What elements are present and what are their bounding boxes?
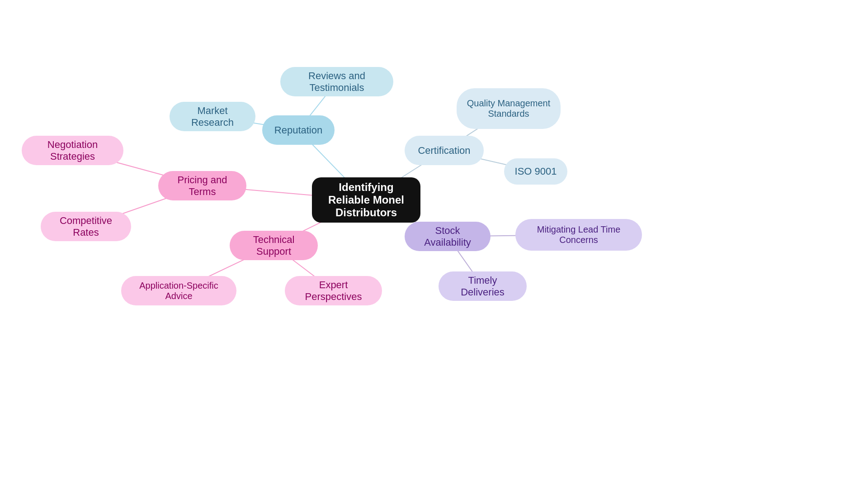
competitive-rates-node: Competitive Rates	[41, 212, 131, 241]
app-advice-node: Application-Specific Advice	[121, 276, 236, 305]
iso-label: ISO 9001	[515, 166, 557, 177]
mitigating-lead-node: Mitigating Lead Time Concerns	[515, 219, 642, 251]
reputation-label: Reputation	[274, 124, 322, 136]
mitigating-lead-label: Mitigating Lead Time Concerns	[525, 224, 632, 245]
negotiation-node: Negotiation Strategies	[22, 136, 123, 165]
center-node: Identifying Reliable Monel Distributors	[312, 177, 420, 223]
expert-perspectives-node: Expert Perspectives	[285, 276, 382, 305]
stock-availability-label: Stock Availability	[415, 225, 481, 248]
quality-mgmt-label: Quality Management Standards	[467, 98, 551, 119]
reviews-node: Reviews and Testimonials	[280, 67, 393, 96]
quality-mgmt-node: Quality Management Standards	[457, 88, 561, 129]
market-research-label: Market Research	[179, 105, 245, 128]
competitive-rates-label: Competitive Rates	[51, 215, 121, 238]
reviews-label: Reviews and Testimonials	[290, 70, 383, 94]
reputation-node: Reputation	[262, 115, 335, 145]
technical-support-node: Technical Support	[230, 231, 318, 260]
expert-perspectives-label: Expert Perspectives	[295, 279, 372, 303]
certification-node: Certification	[405, 136, 484, 165]
pricing-terms-node: Pricing and Terms	[158, 171, 246, 200]
technical-support-label: Technical Support	[240, 234, 308, 257]
pricing-terms-label: Pricing and Terms	[168, 174, 236, 198]
iso-node: ISO 9001	[504, 158, 567, 185]
app-advice-label: Application-Specific Advice	[131, 281, 226, 301]
center-label: Identifying Reliable Monel Distributors	[322, 181, 410, 219]
stock-availability-node: Stock Availability	[405, 222, 491, 251]
market-research-node: Market Research	[170, 102, 255, 131]
certification-label: Certification	[418, 145, 470, 157]
timely-deliveries-node: Timely Deliveries	[439, 271, 527, 301]
negotiation-label: Negotiation Strategies	[32, 139, 113, 162]
timely-deliveries-label: Timely Deliveries	[448, 275, 517, 298]
